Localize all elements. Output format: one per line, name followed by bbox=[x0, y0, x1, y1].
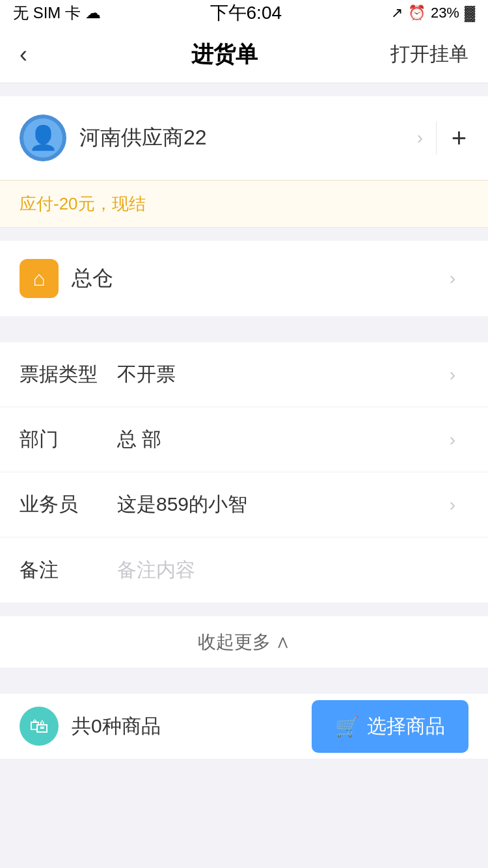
battery-label: 23% bbox=[431, 5, 459, 21]
department-value: 总 部 bbox=[98, 426, 450, 453]
add-supplier-button[interactable]: + bbox=[436, 122, 468, 154]
person-icon: 👤 bbox=[29, 126, 58, 150]
supplier-chevron-icon: › bbox=[417, 128, 423, 148]
notice-text: 应付-20元，现结 bbox=[20, 194, 146, 213]
remark-value[interactable]: 备注内容 bbox=[98, 557, 468, 584]
mid-divider1 bbox=[0, 228, 488, 241]
department-label: 部门 bbox=[20, 426, 98, 453]
select-goods-button[interactable]: 🛒 选择商品 bbox=[312, 700, 468, 753]
back-button[interactable]: ‹ bbox=[20, 41, 59, 68]
invoice-type-value: 不开票 bbox=[98, 361, 450, 388]
sim-label: 无 SIM 卡 ☁ bbox=[13, 3, 101, 23]
supplier-name: 河南供应商22 bbox=[79, 124, 417, 152]
mid-divider2 bbox=[0, 316, 488, 329]
status-time: 下午6:04 bbox=[210, 1, 282, 25]
status-left: 无 SIM 卡 ☁ bbox=[13, 3, 101, 23]
page-title: 进货单 bbox=[191, 40, 258, 70]
form-section: 票据类型 不开票 › 部门 总 部 › 业务员 这是859的小智 › 备注 备注… bbox=[0, 342, 488, 603]
goods-section: 🛍 共0种商品 🛒 选择商品 bbox=[0, 694, 488, 759]
invoice-type-row[interactable]: 票据类型 不开票 › bbox=[0, 342, 488, 407]
warehouse-icon-wrap: ⌂ bbox=[20, 259, 59, 298]
supplier-row[interactable]: 👤 河南供应商22 › + bbox=[0, 96, 488, 180]
cart-icon: 🛒 bbox=[335, 715, 359, 738]
notice-banner: 应付-20元，现结 bbox=[0, 180, 488, 228]
supplier-avatar: 👤 bbox=[20, 115, 66, 161]
collapse-row[interactable]: 收起更多 ∧ bbox=[0, 616, 488, 668]
collapse-label: 收起更多 ∧ bbox=[198, 630, 291, 655]
page-background bbox=[0, 759, 488, 868]
warehouse-row[interactable]: ⌂ 总仓 › bbox=[0, 241, 488, 316]
location-icon: ↗ bbox=[391, 5, 403, 21]
salesperson-value: 这是859的小智 bbox=[98, 491, 450, 518]
salesperson-chevron-icon: › bbox=[450, 495, 455, 515]
warehouse-chevron-icon: › bbox=[450, 268, 455, 289]
goods-bag-icon: 🛍 bbox=[29, 715, 49, 737]
warehouse-icon: ⌂ bbox=[33, 267, 45, 291]
select-goods-label: 选择商品 bbox=[367, 713, 445, 740]
remark-label: 备注 bbox=[20, 557, 98, 584]
top-divider bbox=[0, 83, 488, 96]
warehouse-card[interactable]: ⌂ 总仓 › bbox=[0, 241, 488, 316]
goods-icon-wrap: 🛍 bbox=[20, 707, 59, 746]
status-right: ↗ ⏰ 23% ▓ bbox=[391, 5, 475, 21]
invoice-type-label: 票据类型 bbox=[20, 361, 98, 388]
salesperson-row[interactable]: 业务员 这是859的小智 › bbox=[0, 472, 488, 537]
department-chevron-icon: › bbox=[450, 429, 455, 450]
goods-count-label: 共0种商品 bbox=[72, 713, 312, 740]
mid-divider3 bbox=[0, 668, 488, 681]
supplier-card: 👤 河南供应商22 › + 应付-20元，现结 bbox=[0, 96, 488, 228]
remark-row[interactable]: 备注 备注内容 bbox=[0, 537, 488, 603]
department-row[interactable]: 部门 总 部 › bbox=[0, 407, 488, 472]
open-pending-button[interactable]: 打开挂单 bbox=[390, 41, 468, 68]
warehouse-name: 总仓 bbox=[72, 264, 450, 293]
nav-bar: ‹ 进货单 打开挂单 bbox=[0, 26, 488, 83]
salesperson-label: 业务员 bbox=[20, 491, 98, 518]
invoice-type-chevron-icon: › bbox=[450, 364, 455, 385]
battery-icon: ▓ bbox=[465, 5, 475, 21]
alarm-icon: ⏰ bbox=[408, 5, 426, 21]
status-bar: 无 SIM 卡 ☁ 下午6:04 ↗ ⏰ 23% ▓ bbox=[0, 0, 488, 26]
